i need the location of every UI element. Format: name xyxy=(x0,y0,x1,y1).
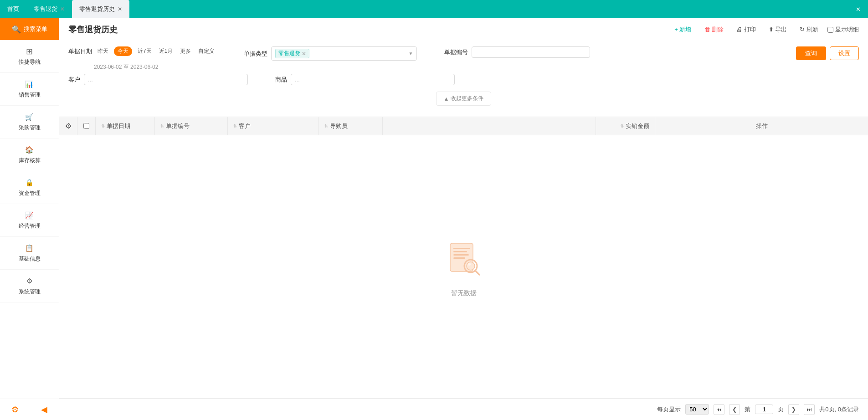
date-btn-7days[interactable]: 近7天 xyxy=(136,46,154,56)
filter-date: 单据日期 昨天 今天 近7天 近1月 更多 自定义 xyxy=(68,46,216,56)
date-filter-label: 单据日期 xyxy=(68,47,92,56)
tab-home[interactable]: 首页 xyxy=(0,0,26,18)
sidebar-item-inventory-label: 库存核算 xyxy=(19,157,41,164)
show-detail-label: 显示明细 xyxy=(835,26,859,34)
first-page-btn[interactable]: ⏮ xyxy=(714,404,724,415)
filter-bill-type: 单据类型 零售退货 ✕ ▼ xyxy=(244,46,417,61)
purchase-icon: 🛒 xyxy=(25,112,35,122)
query-button[interactable]: 查询 xyxy=(796,46,826,60)
svg-line-7 xyxy=(475,271,479,275)
empty-state: 暂无数据 xyxy=(59,135,868,398)
page-size-select[interactable]: 10 20 50 100 xyxy=(685,404,709,415)
tab-retail-return-label: 零售退货 xyxy=(34,5,57,13)
operation-icon: 📈 xyxy=(25,210,35,220)
filter-bill-no: 单据编号 xyxy=(444,46,590,58)
tab-retail-return-history[interactable]: 零售退货历史 ✕ xyxy=(72,0,129,18)
th-settings[interactable]: ⚙ xyxy=(59,117,77,135)
bill-type-select[interactable]: 零售退货 ✕ ▼ xyxy=(271,46,417,61)
quick-nav-icon: ⊞ xyxy=(25,46,35,56)
date-btn-1month[interactable]: 近1月 xyxy=(157,46,175,56)
inventory-icon: 🏠 xyxy=(25,145,35,155)
export-button[interactable]: ⬆ 导出 xyxy=(765,24,791,36)
sort-billno-icon: ⇅ xyxy=(160,123,164,128)
svg-rect-2 xyxy=(453,251,467,252)
th-amount[interactable]: ⇅ 实销金额 xyxy=(596,117,655,135)
sidebar-item-operation[interactable]: 📈 经营管理 xyxy=(0,204,59,237)
sidebar-bottom: ⚙ ◀ xyxy=(0,399,59,420)
print-button[interactable]: 🖨 打印 xyxy=(733,24,760,36)
th-action: 操作 xyxy=(655,117,868,135)
last-page-btn[interactable]: ⏭ xyxy=(804,404,815,415)
delete-button[interactable]: 🗑 删除 xyxy=(701,24,728,36)
sidebar-item-sales[interactable]: 📊 销售管理 xyxy=(0,73,59,106)
bill-type-tag: 零售退货 ✕ xyxy=(275,49,309,58)
page-input[interactable] xyxy=(755,405,773,414)
tab-retail-return[interactable]: 零售退货 ✕ xyxy=(26,0,72,18)
prev-page-btn[interactable]: ❮ xyxy=(729,404,740,415)
date-btn-more[interactable]: 更多 xyxy=(178,46,193,56)
th-customer-label: 客户 xyxy=(239,122,251,130)
date-btn-custom[interactable]: 自定义 xyxy=(196,46,216,56)
th-action-label: 操作 xyxy=(756,122,768,130)
bill-type-label: 单据类型 xyxy=(244,50,267,58)
sort-amount-icon: ⇅ xyxy=(620,123,624,128)
bill-no-input[interactable] xyxy=(472,46,590,58)
add-button[interactable]: + 新增 xyxy=(671,24,695,36)
top-bar: 首页 零售退货 ✕ 零售退货历史 ✕ ✕ xyxy=(0,0,868,18)
sidebar-item-purchase[interactable]: 🛒 采购管理 xyxy=(0,106,59,138)
sort-customer-icon: ⇅ xyxy=(233,123,237,128)
date-range-text: 2023-06-02 至 2023-06-02 xyxy=(94,64,158,70)
th-date[interactable]: ⇅ 单据日期 xyxy=(96,117,155,135)
main-layout: 🔍 搜索菜单 ⊞ 快捷导航 📊 销售管理 🛒 采购管理 🏠 库存核算 🔒 资金管… xyxy=(0,18,868,420)
sidebar-item-quick-nav[interactable]: ⊞ 快捷导航 xyxy=(0,40,59,73)
sidebar-search-label: 搜索菜单 xyxy=(24,25,47,33)
sidebar-search-btn[interactable]: 🔍 搜索菜单 xyxy=(0,18,59,40)
sidebar-item-inventory[interactable]: 🏠 库存核算 xyxy=(0,138,59,171)
tab-retail-return-close[interactable]: ✕ xyxy=(60,6,65,12)
customer-input[interactable]: ... xyxy=(84,74,248,85)
table-container: ⚙ ⇅ 单据日期 ⇅ 单据编号 ⇅ 客户 ⇅ xyxy=(59,117,868,398)
show-detail-input[interactable] xyxy=(827,27,833,33)
customer-label: 客户 xyxy=(68,76,80,84)
date-btn-today[interactable]: 今天 xyxy=(114,46,132,56)
sidebar-item-basic-info-label: 基础信息 xyxy=(19,255,41,263)
th-guide[interactable]: ⇅ 导购员 xyxy=(319,117,383,135)
filter-row-2: 客户 ... 商品 ... xyxy=(68,74,859,85)
page-title: 零售退货历史 xyxy=(68,24,118,35)
settings-col-icon: ⚙ xyxy=(65,122,72,130)
sidebar-item-system[interactable]: ⚙ 系统管理 xyxy=(0,270,59,302)
filter-row-1: 单据日期 昨天 今天 近7天 近1月 更多 自定义 单据类型 xyxy=(68,46,859,61)
th-guide-label: 导购员 xyxy=(330,122,348,130)
collapse-btn[interactable]: ▲ 收起更多条件 xyxy=(436,92,492,106)
collapse-icon: ▲ xyxy=(444,96,449,102)
window-close-btn[interactable]: ✕ xyxy=(856,6,868,13)
settings-gear-icon[interactable]: ⚙ xyxy=(11,405,19,415)
collapse-sidebar-icon[interactable]: ◀ xyxy=(41,405,47,415)
pagination: 每页显示 10 20 50 100 ⏮ ❮ 第 页 ❯ ⏭ 共0页, 0条记录 xyxy=(59,398,868,420)
next-page-btn[interactable]: ❯ xyxy=(788,404,799,415)
system-icon: ⚙ xyxy=(25,276,35,286)
settings-button[interactable]: 设置 xyxy=(830,46,859,60)
date-btn-yesterday[interactable]: 昨天 xyxy=(96,46,110,56)
refresh-button[interactable]: ↻ 刷新 xyxy=(796,24,822,36)
sidebar-item-finance[interactable]: 🔒 资金管理 xyxy=(0,171,59,204)
search-icon: 🔍 xyxy=(12,25,21,34)
th-billno[interactable]: ⇅ 单据编号 xyxy=(155,117,228,135)
page-content: 零售退货历史 + 新增 🗑 删除 🖨 打印 ⬆ 导出 ↻ 刷新 显示明细 xyxy=(59,18,868,420)
goods-input[interactable]: ... xyxy=(291,74,455,85)
svg-point-6 xyxy=(467,262,475,270)
tab-retail-return-history-close[interactable]: ✕ xyxy=(118,6,122,12)
customer-placeholder: ... xyxy=(88,76,93,83)
collapse-area: ▲ 收起更多条件 xyxy=(68,90,859,108)
th-spacer xyxy=(383,117,596,135)
bill-type-tag-remove[interactable]: ✕ xyxy=(302,51,306,57)
th-customer[interactable]: ⇅ 客户 xyxy=(228,117,319,135)
sidebar-item-basic-info[interactable]: 📋 基础信息 xyxy=(0,237,59,270)
select-all-checkbox[interactable] xyxy=(83,123,89,129)
sales-icon: 📊 xyxy=(25,79,35,89)
show-detail-checkbox[interactable]: 显示明细 xyxy=(827,26,859,34)
collapse-label: 收起更多条件 xyxy=(451,95,483,102)
th-checkbox[interactable] xyxy=(77,117,96,135)
toolbar: + 新增 🗑 删除 🖨 打印 ⬆ 导出 ↻ 刷新 显示明细 xyxy=(671,24,859,36)
svg-rect-3 xyxy=(453,254,469,256)
